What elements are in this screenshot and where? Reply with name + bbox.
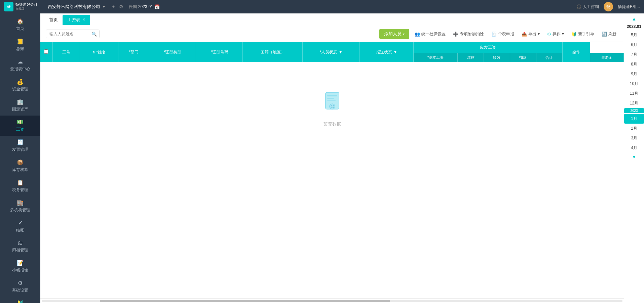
operation-action[interactable]: ⚙ 操作 ▾ — [545, 30, 566, 38]
user-avatar: 畅 — [604, 2, 613, 11]
select-all-checkbox[interactable] — [44, 49, 48, 54]
home-icon: 🏠 — [17, 18, 24, 25]
th-submit-status[interactable]: 报送状态 ▼ — [360, 42, 414, 62]
special-deduct-icon: ➕ — [453, 32, 458, 37]
sidebar-item-label: 工资 — [16, 127, 24, 132]
settings-header-icon[interactable]: ⚙ — [119, 4, 123, 9]
sidebar-item-close-account[interactable]: ✔ 结账 — [0, 216, 40, 236]
th-deduction: 扣款 — [510, 53, 536, 62]
service-label: 人工咨询 — [583, 4, 599, 10]
export-action[interactable]: 📤 导出 ▾ — [520, 30, 542, 38]
add-person-button[interactable]: 添加人员 ▾ — [379, 29, 409, 39]
export-label: 导出 — [528, 31, 536, 37]
app-sub: 旗舰版 — [15, 7, 38, 11]
sidebar-item-label: 发票管理 — [12, 147, 28, 153]
month-item-7[interactable]: 7月 — [624, 50, 644, 59]
sidebar-item-assets[interactable]: 🏢 固定资产 — [0, 95, 40, 116]
svg-rect-1 — [327, 95, 337, 96]
month-item-6[interactable]: 6月 — [624, 40, 644, 50]
tab-salary-table[interactable]: 工资表 ✕ — [63, 15, 90, 25]
salary-table: 工号 ⇅ *姓名 *部门 *证型类型 *证型号码 国籍（地区） *人员状态 ▼ … — [40, 42, 624, 62]
operation-chevron-icon: ▾ — [562, 32, 564, 36]
month-item-2[interactable]: 2月 — [624, 124, 644, 133]
logo-text-block: 畅捷通好会计 旗舰版 — [15, 2, 38, 11]
add-header-icon[interactable]: ＋ — [111, 4, 116, 10]
add-person-chevron-icon: ▾ — [403, 32, 405, 36]
sidebar-item-settings[interactable]: ⚙ 基础设置 — [0, 276, 40, 297]
tab-home[interactable]: 首页 — [44, 15, 63, 25]
ledger-icon: 📒 — [17, 38, 24, 45]
th-nationality: 国籍（地区） — [243, 42, 303, 62]
month-item-10[interactable]: 10月 — [624, 79, 644, 89]
tax-report-action[interactable]: 🧾 个税申报 — [489, 30, 516, 38]
refresh-action[interactable]: 🔄 刷新 — [600, 30, 618, 38]
th-total: 合计 — [536, 53, 562, 62]
guide-action-label: 新手引导 — [578, 31, 594, 37]
add-person-label: 添加人员 — [384, 31, 402, 37]
service-button[interactable]: 🎧 人工咨询 — [576, 4, 599, 10]
th-name: ⇅ *姓名 — [80, 42, 118, 62]
empty-icon — [319, 89, 346, 116]
tab-close-icon[interactable]: ✕ — [82, 17, 85, 22]
sidebar-item-tax[interactable]: 📋 税务管理 — [0, 176, 40, 196]
sidebar-item-invoice[interactable]: 🧾 发票管理 — [0, 136, 40, 156]
svg-point-5 — [331, 105, 332, 106]
month-item-8[interactable]: 8月 — [624, 59, 644, 69]
operation-icon: ⚙ — [547, 32, 551, 37]
sidebar-item-archive[interactable]: 🗂 归档管理 — [0, 236, 40, 256]
month-item-5[interactable]: 5月 — [624, 30, 644, 40]
th-employee-id: 工号 — [52, 42, 80, 62]
social-security-label: 统一社保设置 — [421, 31, 446, 37]
scroll-thumb[interactable] — [100, 300, 390, 302]
sidebar-item-label: 结账 — [16, 227, 24, 233]
tabs-bar: 首页 工资表 ✕ — [40, 13, 624, 26]
panel-up-arrow[interactable]: ▲ — [631, 15, 638, 23]
bottom-scroll[interactable] — [40, 298, 624, 303]
tax-icon: 📋 — [17, 179, 24, 186]
sidebar-item-label: 总账 — [16, 46, 24, 52]
refresh-label: 刷新 — [608, 31, 616, 37]
month-item-12[interactable]: 12月 — [624, 98, 644, 108]
current-period-display: 2023.01 — [626, 23, 643, 30]
calendar-icon[interactable]: 📅 — [154, 4, 160, 9]
refresh-icon: 🔄 — [602, 32, 607, 37]
special-deduct-action[interactable]: ➕ 专项附加扣除 — [451, 30, 486, 38]
social-security-icon: 👥 — [415, 32, 420, 37]
guide-action-icon: 🔰 — [571, 32, 577, 37]
sidebar-item-multi-org[interactable]: 🏬 多机构管理 — [0, 196, 40, 216]
company-selector[interactable]: 西安虾米网络科技有限公司 ▼ — [48, 4, 106, 10]
sidebar-item-label: 库存核算 — [12, 167, 28, 173]
th-performance: 绩效 — [484, 53, 510, 62]
year-badge-2023: 2023 — [624, 108, 644, 113]
th-allowance: 津贴 — [458, 53, 484, 62]
sidebar-item-inventory[interactable]: 📦 库存核算 — [0, 156, 40, 176]
panel-down-arrow[interactable]: ▼ — [631, 153, 638, 161]
search-icon[interactable]: 🔍 — [91, 32, 97, 37]
th-pension: 养老金 — [590, 53, 623, 62]
month-item-11[interactable]: 11月 — [624, 89, 644, 98]
th-basic-salary: *基本工资 — [414, 53, 458, 62]
guide-icon: 🔰 — [17, 300, 24, 303]
sidebar-item-salary[interactable]: 💵 工资 — [0, 116, 40, 136]
month-item-4[interactable]: 4月 — [624, 143, 644, 153]
sidebar-item-fund[interactable]: 💰 资金管理 — [0, 75, 40, 95]
export-chevron-icon: ▾ — [538, 32, 540, 36]
month-item-9[interactable]: 9月 — [624, 69, 644, 79]
guide-action[interactable]: 🔰 新手引导 — [569, 30, 596, 38]
user-name[interactable]: 畅捷通B组... — [618, 4, 640, 10]
special-deduct-label: 专项附加扣除 — [460, 31, 484, 37]
sidebar-item-expense[interactable]: 📝 小畅报销 — [0, 256, 40, 276]
sidebar-item-guide[interactable]: 🔰 新手引导 — [0, 297, 40, 303]
th-checkbox[interactable] — [40, 42, 52, 62]
th-person-status[interactable]: *人员状态 ▼ — [303, 42, 360, 62]
sidebar: 🏠 首页 📒 总账 ☁ 云报表中心 💰 资金管理 🏢 固定资产 💵 工资 🧾 发… — [0, 13, 40, 303]
sidebar-item-home[interactable]: 🏠 首页 — [0, 15, 40, 35]
headset-icon: 🎧 — [576, 4, 581, 9]
sidebar-item-cloud-report[interactable]: ☁ 云报表中心 — [0, 55, 40, 75]
social-security-action[interactable]: 👥 统一社保设置 — [413, 30, 448, 38]
scroll-track[interactable] — [42, 300, 622, 302]
month-item-1-active[interactable]: 1月 — [624, 114, 644, 124]
month-item-3[interactable]: 3月 — [624, 133, 644, 143]
logo-area: 好 畅捷通好会计 旗舰版 — [4, 2, 44, 11]
sidebar-item-ledger[interactable]: 📒 总账 — [0, 35, 40, 55]
